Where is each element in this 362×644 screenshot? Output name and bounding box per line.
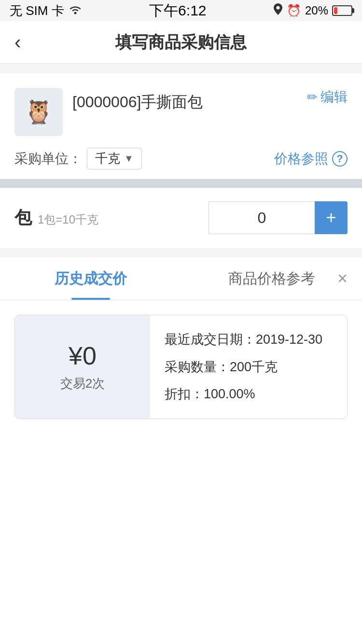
svg-point-1 bbox=[276, 6, 279, 10]
tab-price-ref-label: 商品价格参考 bbox=[228, 269, 315, 289]
battery-icon bbox=[332, 5, 352, 16]
discount-value: 100.00% bbox=[204, 387, 255, 401]
svg-point-0 bbox=[74, 12, 76, 14]
purchase-qty-value: 200千克 bbox=[230, 360, 278, 374]
product-image: 🦉 bbox=[14, 88, 63, 136]
tab-close-button[interactable]: × bbox=[337, 268, 348, 289]
nav-bar: ‹ 填写商品采购信息 bbox=[0, 21, 362, 64]
price-symbol: ¥ bbox=[69, 342, 83, 370]
location-icon bbox=[273, 3, 283, 18]
product-header: 🦉 [0000006]手撕面包 ✏ 编辑 bbox=[14, 88, 348, 136]
price-ref-label: 价格参照 bbox=[274, 150, 328, 168]
product-meta: 采购单位： 千克 ▼ 价格参照 ? bbox=[14, 148, 348, 169]
carrier-text: 无 SIM 卡 bbox=[10, 2, 64, 19]
price-value: 0 bbox=[83, 342, 97, 370]
tab-history-label: 历史成交价 bbox=[55, 269, 127, 289]
purchase-qty-row: 采购数量：200千克 bbox=[165, 357, 333, 377]
status-bar: 无 SIM 卡 下午6:12 ⏰ 20% bbox=[0, 0, 362, 21]
purchase-unit-label: 采购单位： bbox=[14, 150, 82, 168]
recent-date-value: 2019-12-30 bbox=[256, 332, 322, 347]
product-section: 🦉 [0000006]手撕面包 ✏ 编辑 采购单位： 千克 ▼ 价格参照 ? bbox=[0, 73, 362, 179]
history-content: ¥0 交易2次 最近成交日期：2019-12-30 采购数量：200千克 折扣：… bbox=[0, 300, 362, 434]
page-title: 填写商品采购信息 bbox=[115, 31, 247, 54]
purchase-unit: 采购单位： 千克 ▼ bbox=[14, 148, 142, 169]
edit-label: 编辑 bbox=[320, 88, 348, 106]
tab-price-ref[interactable]: 商品价格参考 bbox=[181, 257, 362, 300]
history-card: ¥0 交易2次 最近成交日期：2019-12-30 采购数量：200千克 折扣：… bbox=[14, 315, 348, 419]
status-left: 无 SIM 卡 bbox=[10, 2, 83, 19]
product-name: [0000006]手撕面包 bbox=[72, 88, 203, 113]
quantity-plus-button[interactable]: + bbox=[315, 201, 348, 234]
price-ref-button[interactable]: 价格参照 ? bbox=[274, 150, 348, 168]
product-left: 🦉 [0000006]手撕面包 bbox=[14, 88, 203, 136]
discount-label: 折扣： bbox=[165, 387, 204, 401]
edit-icon: ✏ bbox=[307, 90, 318, 105]
battery-percent: 20% bbox=[305, 4, 328, 17]
quantity-unit: 包 bbox=[14, 206, 32, 230]
quantity-label: 包 1包=10千克 bbox=[14, 206, 98, 230]
tabs-header: 历史成交价 商品价格参考 × bbox=[0, 257, 362, 300]
tabs-section: 历史成交价 商品价格参考 × ¥0 交易2次 最近成交日期：2019-12-30… bbox=[0, 257, 362, 644]
discount-row: 折扣：100.00% bbox=[165, 384, 333, 404]
product-logo-icon: 🦉 bbox=[24, 98, 53, 126]
recent-date-row: 最近成交日期：2019-12-30 bbox=[165, 330, 333, 350]
recent-date-label: 最近成交日期： bbox=[165, 332, 256, 347]
quantity-input[interactable] bbox=[209, 201, 315, 234]
quantity-conversion: 1包=10千克 bbox=[38, 212, 98, 227]
alarm-icon: ⏰ bbox=[287, 4, 301, 17]
purchase-qty-label: 采购数量： bbox=[165, 360, 230, 374]
tab-active-indicator bbox=[71, 298, 110, 300]
quantity-input-row: + bbox=[209, 201, 348, 234]
status-right: ⏰ 20% bbox=[273, 3, 352, 18]
quantity-section: 包 1包=10千克 + bbox=[0, 188, 362, 248]
unit-value: 千克 bbox=[95, 150, 120, 167]
unit-dropdown[interactable]: 千克 ▼ bbox=[87, 148, 142, 169]
divider-bar bbox=[0, 179, 362, 188]
price-display: ¥0 bbox=[69, 341, 97, 370]
card-price-summary: ¥0 交易2次 bbox=[15, 315, 150, 419]
page-rest bbox=[0, 434, 362, 644]
edit-button[interactable]: ✏ 编辑 bbox=[307, 88, 348, 106]
dropdown-arrow-icon: ▼ bbox=[124, 153, 134, 164]
time-display: 下午6:12 bbox=[149, 1, 206, 21]
trade-count: 交易2次 bbox=[60, 375, 105, 392]
back-button[interactable]: ‹ bbox=[14, 31, 21, 53]
price-ref-help-icon: ? bbox=[332, 151, 348, 167]
tab-history-price[interactable]: 历史成交价 bbox=[0, 257, 181, 300]
card-details: 最近成交日期：2019-12-30 采购数量：200千克 折扣：100.00% bbox=[150, 315, 347, 419]
wifi-icon bbox=[68, 3, 83, 18]
